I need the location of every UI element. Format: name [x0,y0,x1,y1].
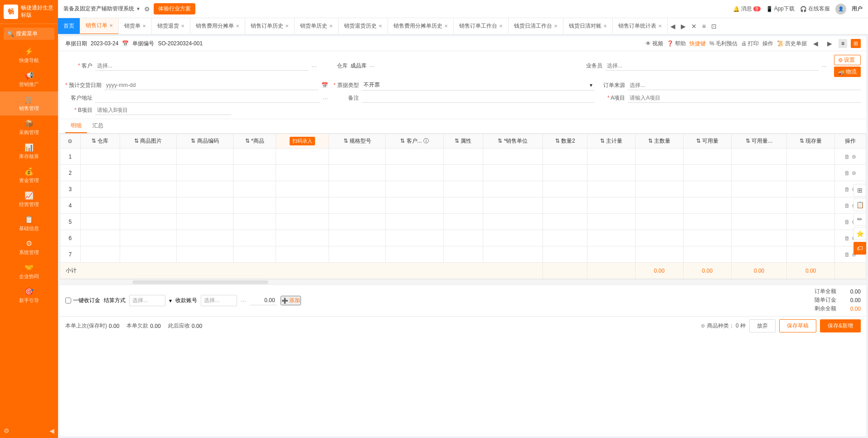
logistics-btn[interactable]: 🚚 物流 [834,67,861,77]
tabs-next-btn[interactable]: ▶ [678,23,689,30]
right-panel-btn-4[interactable]: ⭐ [853,227,866,240]
search-menu-button[interactable]: 🔍 搜索菜单 [4,28,54,40]
payment-method-select[interactable]: 选择... [129,295,165,306]
save-draft-btn[interactable]: 保存草稿 [779,319,816,332]
grid-view-btn[interactable]: ⊞ [851,39,861,48]
sub-tab-summary[interactable]: 汇总 [87,119,109,133]
toolbar-next-btn[interactable]: ▶ [824,40,835,47]
help-btn[interactable]: ❓ 帮助 [667,40,686,48]
delete-row-btn[interactable]: 🗑 [844,170,850,176]
copy-row-btn[interactable]: ⊕ [852,154,856,160]
tab-close-icon[interactable]: ✕ [142,24,146,29]
invoice-select[interactable]: 不开票 ▾ [362,80,595,91]
warehouse-more-btn[interactable]: ··· [369,63,375,70]
tab-return-history[interactable]: 销货退货历史 ✕ [339,18,388,34]
title-dropdown-btn[interactable]: ▼ [136,6,141,11]
history-btn[interactable]: 📜 历史单据 [777,40,807,48]
tabs-prev-btn[interactable]: ◀ [668,23,678,30]
quick-checkout-input[interactable] [65,298,71,303]
sidebar-item-quick-nav[interactable]: ⚡ 快捷导航 [0,43,58,67]
delete-row-btn[interactable]: 🗑 [844,251,850,258]
print-btn[interactable]: 🖨 打印 [741,40,759,48]
sub-tab-detail[interactable]: 明细 [65,119,87,133]
tab-fee-split[interactable]: 销售费用分摊单 ✕ [190,18,245,34]
col-settings-btn[interactable]: ⚙ [68,138,73,144]
sidebar-item-purchase[interactable]: 📦 采购管理 [0,116,58,140]
sidebar-item-collab[interactable]: 🤝 企业协同 [0,260,58,284]
tab-fee-split-history[interactable]: 销售费用分摊单历史 ✕ [388,18,454,34]
tab-close-icon[interactable]: ✕ [554,24,558,29]
tab-close-icon[interactable]: ✕ [444,24,448,29]
sidebar-item-guide[interactable]: 🎯 新手引导 [0,284,58,308]
tab-close-icon[interactable]: ✕ [658,24,662,29]
order-source-input[interactable] [628,81,861,90]
sidebar-item-finance[interactable]: 💰 资金管理 [0,164,58,188]
message-btn[interactable]: 🔔 消息 9 [733,5,761,13]
system-settings-btn[interactable]: ⚙ [144,5,150,13]
sidebar-item-management[interactable]: 📈 经营管理 [0,188,58,212]
right-panel-btn-5[interactable]: 🏷 [853,242,866,255]
delete-row-btn[interactable]: 🗑 [844,154,850,160]
scrollbar-track[interactable] [132,280,268,284]
address-more-btn[interactable]: ··· [323,95,328,102]
tab-close-icon[interactable]: ✕ [109,23,113,28]
right-panel-btn-2[interactable]: 📋 [853,198,866,211]
discard-btn[interactable]: 放弃 [749,319,776,332]
profit-btn[interactable]: % 毛利预估 [709,40,737,48]
scan-input-btn[interactable]: 扫码录入 [290,137,315,145]
sidebar-item-inventory[interactable]: 📊 库存核算 [0,140,58,164]
save-new-btn[interactable]: 保存&新增 [820,319,861,332]
operate-btn[interactable]: 操作 [762,40,773,48]
delivery-input[interactable] [104,81,319,90]
collapse-sidebar-btn[interactable]: ◀ [49,427,54,434]
tab-sales-return[interactable]: 销货退货 ✕ [152,18,190,34]
customer-input[interactable] [95,61,309,71]
app-download-btn[interactable]: 📱 App下载 [766,5,795,13]
tab-stats[interactable]: 销售订单统计表 ✕ [613,18,668,34]
tabs-menu-btn[interactable]: ≡ [699,23,708,30]
account-more-btn[interactable]: ··· [241,297,246,304]
toolbar-prev-btn[interactable]: ◀ [810,40,821,47]
sidebar-item-sales[interactable]: 🛒 销售管理 [0,91,58,116]
tab-close-icon[interactable]: ✕ [499,24,503,29]
view-btn[interactable]: 👁 视频 [645,40,663,48]
right-panel-btn-3[interactable]: ✏ [853,213,866,226]
b-project-input[interactable] [95,106,231,115]
list-view-btn[interactable]: ≡ [839,39,847,48]
tab-close-icon[interactable]: ✕ [181,24,184,29]
tabs-close-btn[interactable]: ✕ [689,23,699,30]
tab-close-icon[interactable]: ✕ [329,24,333,29]
settings-bottom-btn[interactable]: ⚙ [4,427,10,434]
delete-row-btn[interactable]: 🗑 [844,202,850,209]
payment-amount-input[interactable] [250,296,277,305]
tab-order-workbench[interactable]: 销售订单工作台 ✕ [454,18,509,34]
tab-cash-daily[interactable]: 钱货日清工作台 ✕ [509,18,563,34]
quick-checkout-checkbox[interactable]: 一键收订金 [65,297,100,304]
tab-close-icon[interactable]: ✕ [603,24,607,29]
account-select[interactable]: 选择... [201,295,237,306]
tabs-expand-btn[interactable]: ⊡ [708,23,719,30]
shortcut-btn[interactable]: 快捷键 [689,40,706,48]
copy-row-btn[interactable]: ⊕ [852,170,856,176]
right-panel-btn-1[interactable]: ⊞ [853,184,866,197]
sidebar-item-system[interactable]: ⚙ 系统管理 [0,236,58,260]
a-project-input[interactable] [628,93,861,103]
delete-row-btn[interactable]: 🗑 [844,235,850,241]
calendar-btn[interactable]: 📅 [122,40,129,47]
trial-industry-btn[interactable]: 体验行业方案 [154,3,195,14]
tab-order-history[interactable]: 销售订单历史 ✕ [245,18,295,34]
staff-more-btn[interactable]: ··· [821,63,827,70]
tab-sales-invoice[interactable]: 销货单 ✕ [119,18,152,34]
sidebar-item-basic-info[interactable]: 📋 基础信息 [0,212,58,236]
address-input[interactable] [95,93,320,103]
delete-row-btn[interactable]: 🗑 [844,186,850,193]
settings-btn[interactable]: ⚙ 设置 [834,55,861,65]
remark-input[interactable] [362,93,595,103]
delete-row-btn[interactable]: 🗑 [844,219,850,225]
tab-close-icon[interactable]: ✕ [378,24,382,29]
add-payment-btn[interactable]: ➕ 添加 [281,296,301,305]
tab-close-icon[interactable]: ✕ [285,24,289,29]
staff-input[interactable] [605,61,819,71]
tab-sales-order[interactable]: 销售订单 ✕ [80,18,119,34]
customer-more-btn[interactable]: ··· [311,63,317,70]
